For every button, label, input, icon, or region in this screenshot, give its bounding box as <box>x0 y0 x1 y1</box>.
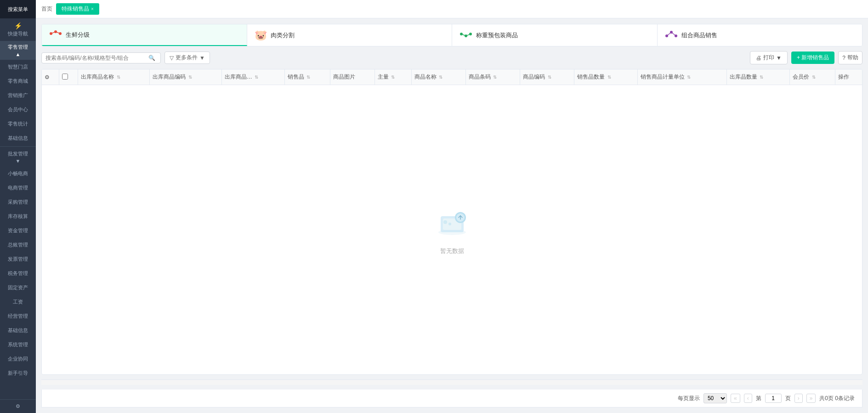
filter-arrow-icon: ▼ <box>199 55 205 61</box>
add-sales-button[interactable]: + 新增销售品 <box>791 52 834 64</box>
col-out-product-name-label: 出库商品名称 <box>81 74 114 80</box>
col-member-price[interactable]: 会员价 ⇅ <box>790 69 835 85</box>
col-sales-product[interactable]: 销售品 ⇅ <box>284 69 330 85</box>
col-main-weight[interactable]: 主量 ⇅ <box>374 69 411 85</box>
ops-mgmt-label: 经营管理 <box>8 313 28 320</box>
page-input[interactable] <box>765 394 782 403</box>
sidebar-logo[interactable]: 搜索菜单 <box>0 0 36 18</box>
sidebar-item-ops-mgmt[interactable]: 经营管理 <box>0 309 36 323</box>
col-out-qty[interactable]: 出库品数量 ⇅ <box>727 69 790 85</box>
col-settings-icon: ⚙ <box>45 74 50 80</box>
next-page-button[interactable]: › <box>794 394 803 403</box>
ecom-mgmt-label: 电商管理 <box>8 184 28 191</box>
fixed-assets-label: 固定资产 <box>8 284 28 291</box>
marketing-label: 营销推广 <box>8 92 28 99</box>
last-page-button[interactable]: » <box>806 394 816 403</box>
sidebar-item-basic-info2[interactable]: 基础信息 <box>0 323 36 338</box>
search-box[interactable]: 🔍 <box>41 52 161 63</box>
sidebar-item-finance[interactable]: 资金管理 <box>0 224 36 238</box>
topbar-home[interactable]: 首页 <box>41 5 52 13</box>
col-checkbox[interactable] <box>59 69 78 85</box>
help-button[interactable]: ? 帮助 <box>838 51 862 64</box>
scrollbar-area[interactable] <box>41 379 862 385</box>
col-out-product-name[interactable]: 出库商品名称 ⇅ <box>78 69 150 85</box>
sort-product-barcode-icon: ⇅ <box>493 75 497 80</box>
topbar-active-tab[interactable]: 特殊销售品 × <box>56 3 99 15</box>
print-button[interactable]: 🖨 打印 ▼ <box>750 51 788 64</box>
col-sales-qty[interactable]: 销售品数量 ⇅ <box>574 69 637 85</box>
sidebar-item-ecom-mgmt[interactable]: 电商管理 <box>0 181 36 195</box>
sort-sales-product-icon: ⇅ <box>306 75 310 80</box>
col-out-product-x-label: 出库商品… <box>225 74 252 80</box>
sidebar-item-retail-stats[interactable]: 零售统计 <box>0 117 36 131</box>
col-product-barcode[interactable]: 商品条码 ⇅ <box>466 69 520 85</box>
toolbar: 🔍 ▽ 更多条件 ▼ 🖨 打印 ▼ + 新增销售品 ? <box>41 51 862 64</box>
sidebar-item-enterprise[interactable]: 企业协同 <box>0 352 36 366</box>
col-sales-unit[interactable]: 销售商品计量单位 ⇅ <box>637 69 726 85</box>
sidebar-item-basic-info[interactable]: 基础信息 <box>0 131 36 145</box>
general-ledger-label: 总账管理 <box>8 241 28 248</box>
col-out-product-x[interactable]: 出库商品… ⇅ <box>221 69 284 85</box>
sidebar-item-inventory[interactable]: 库存核算 <box>0 209 36 224</box>
search-input[interactable] <box>45 55 147 61</box>
col-product-name[interactable]: 商品名称 ⇅ <box>411 69 465 85</box>
tab-card-combo-sales[interactable]: 组合商品销售 <box>658 24 862 46</box>
sort-sales-qty-icon: ⇅ <box>607 75 611 80</box>
tab-card-fresh-grade[interactable]: 生鲜分级 <box>42 24 247 46</box>
filter-button[interactable]: ▽ 更多条件 ▼ <box>165 52 210 64</box>
inventory-label: 库存核算 <box>8 213 28 220</box>
sidebar-item-member-center[interactable]: 会员中心 <box>0 103 36 117</box>
sidebar-item-general-ledger[interactable]: 总账管理 <box>0 238 36 252</box>
svg-line-14 <box>671 32 676 36</box>
per-page-select[interactable]: 50 10 20 100 <box>703 393 727 403</box>
sidebar-item-wholesale-mgmt[interactable]: 批发管理 ▼ <box>0 148 36 166</box>
sidebar-item-retail-mgmt[interactable]: 零售管理 ▲ <box>0 41 36 60</box>
per-page-label: 每页显示 <box>678 395 700 402</box>
meat-cut-label: 肉类分割 <box>271 31 295 40</box>
sidebar-item-tax-mgmt[interactable]: 税务管理 <box>0 266 36 281</box>
sort-out-product-code-icon: ⇅ <box>188 75 192 80</box>
tab-card-meat-cut[interactable]: 🐷 肉类分割 <box>247 24 453 46</box>
sidebar-item-settings[interactable]: ⚙ <box>0 400 36 413</box>
help-label: 帮助 <box>847 54 858 62</box>
sidebar-item-new-user[interactable]: 新手引导 <box>0 366 36 380</box>
sidebar-item-invoice-mgmt[interactable]: 发票管理 <box>0 252 36 266</box>
scale-prepack-icon <box>460 29 472 41</box>
search-icon[interactable]: 🔍 <box>148 55 155 61</box>
sidebar-item-purchase-mgmt[interactable]: 采购管理 <box>0 195 36 209</box>
tax-mgmt-label: 税务管理 <box>8 270 28 277</box>
col-out-product-code-label: 出库商品编码 <box>153 74 186 80</box>
retail-mgmt-label: 零售管理 <box>8 44 28 51</box>
print-arrow-icon: ▼ <box>776 55 782 61</box>
first-page-button[interactable]: « <box>731 394 740 403</box>
col-sales-qty-label: 销售品数量 <box>577 74 605 80</box>
topbar: 首页 特殊销售品 × <box>36 0 868 18</box>
sidebar-item-fixed-assets[interactable]: 固定资产 <box>0 281 36 295</box>
sidebar-item-payroll[interactable]: 工资 <box>0 295 36 309</box>
enterprise-label: 企业协同 <box>8 356 28 362</box>
retail-mall-label: 零售商城 <box>8 78 28 85</box>
sidebar-item-mini-ecom[interactable]: 小畅电商 <box>0 166 36 181</box>
scale-prepack-label: 称重预包装商品 <box>476 31 518 40</box>
col-product-code[interactable]: 商品编码 ⇅ <box>520 69 574 85</box>
sidebar-item-quick-nav[interactable]: ⚡ 快捷导航 <box>0 18 36 41</box>
prev-page-icon: ‹ <box>747 395 749 402</box>
sidebar-item-retail-mall[interactable]: 零售商城 <box>0 74 36 88</box>
sort-out-product-x-icon: ⇅ <box>255 75 258 80</box>
col-out-product-code[interactable]: 出库商品编码 ⇅ <box>150 69 221 85</box>
prev-page-button[interactable]: ‹ <box>744 394 752 403</box>
pagination: 每页显示 50 10 20 100 « ‹ 第 页 › » 共0页 0条记录 <box>41 390 862 407</box>
sidebar-item-system-mgmt[interactable]: 系统管理 <box>0 338 36 352</box>
table-container: ⚙ 出库商品名称 ⇅ 出库商品编码 ⇅ <box>41 69 862 375</box>
mini-ecom-label: 小畅电商 <box>8 170 28 177</box>
topbar-tab-close[interactable]: × <box>91 6 94 11</box>
purchase-mgmt-label: 采购管理 <box>8 199 28 206</box>
select-all-checkbox[interactable] <box>62 74 68 80</box>
toolbar-left: 🔍 ▽ 更多条件 ▼ <box>41 52 210 64</box>
tab-card-scale-prepack[interactable]: 称重预包装商品 <box>452 24 658 46</box>
sidebar-item-marketing[interactable]: 营销推广 <box>0 88 36 103</box>
sidebar-item-smart-store[interactable]: 智慧门店 <box>0 60 36 74</box>
col-settings[interactable]: ⚙ <box>42 69 59 85</box>
topbar-tab-label: 特殊销售品 <box>62 5 89 13</box>
smart-store-label: 智慧门店 <box>8 63 28 70</box>
